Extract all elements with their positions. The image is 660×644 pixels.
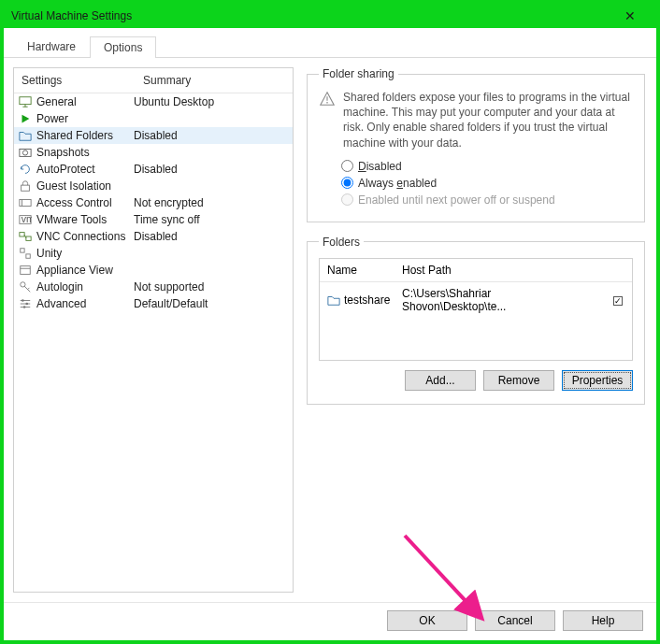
row-name: Snapshots [36,146,134,159]
folders-table: Name Host Path testshareC:\Users\Shahria… [319,258,633,361]
radio-group: Disabled Always enabled Enabled until ne… [319,156,633,208]
settings-row-vmware-tools[interactable]: vmVMware ToolsTime sync off [14,211,293,228]
monitor-icon [18,94,33,109]
add-button[interactable]: Add... [405,370,476,391]
settings-row-shared-folders[interactable]: Shared FoldersDisabled [14,127,293,144]
tab-options[interactable]: Options [90,36,156,58]
header-summary[interactable]: Summary [136,68,293,93]
row-summary: Not encrypted [134,196,287,209]
cancel-button[interactable]: Cancel [475,610,555,631]
settings-row-advanced[interactable]: AdvancedDefault/Default [14,295,293,312]
folders-body: testshareC:\Users\Shahriar Shovon\Deskto… [320,282,632,318]
row-name: Shared Folders [36,129,134,142]
svg-rect-0 [20,97,31,105]
vmw-icon: vm [18,212,33,227]
titlebar: Virtual Machine Settings ✕ [4,4,656,28]
row-summary: Default/Default [134,297,287,310]
folders-header: Name Host Path [320,259,632,282]
folder-icon [327,293,340,307]
settings-row-access-control[interactable]: Access ControlNot encrypted [14,194,293,211]
appl-icon [18,263,33,278]
tabbar: Hardware Options [4,28,656,58]
row-name: VNC Connections [36,230,134,243]
row-name: Power [36,112,134,125]
svg-point-4 [22,150,27,155]
row-summary: Disabled [134,129,287,142]
radio-always-input[interactable] [341,177,353,189]
folders-group: Folders Name Host Path testshareC:\Users… [307,236,645,405]
footer: OK Cancel Help [4,602,656,640]
svg-rect-6 [20,200,31,207]
window-title: Virtual Machine Settings [11,9,611,22]
properties-button[interactable]: Properties [562,370,633,391]
radio-disabled[interactable]: Disabled [341,158,633,175]
auto-icon [18,279,33,294]
svg-rect-11 [26,236,31,240]
folder-name: testshare [320,289,395,311]
adv-icon [18,296,33,311]
svg-point-25 [23,306,26,308]
settings-row-guest-isolation[interactable]: Guest Isolation [14,178,293,194]
list-body: GeneralUbuntu DesktopPowerShared Folders… [14,93,293,592]
row-name: Access Control [36,196,134,209]
settings-row-snapshots[interactable]: Snapshots [14,144,293,161]
vnc-icon [18,229,33,244]
settings-row-vnc-connections[interactable]: VNC ConnectionsDisabled [14,228,293,245]
folders-legend: Folders [319,236,364,249]
radio-disabled-input[interactable] [341,160,353,172]
key-icon [18,195,33,210]
row-summary: Not supported [134,280,287,293]
row-name: Advanced [36,297,134,310]
svg-point-27 [326,102,328,104]
lock-icon [18,179,33,193]
folder-sharing-legend: Folder sharing [319,67,398,80]
folder-row[interactable]: testshareC:\Users\Shahriar Shovon\Deskto… [320,282,632,318]
header-settings[interactable]: Settings [14,68,136,93]
folder-sharing-group: Folder sharing Shared folders expose you… [307,67,645,222]
remove-button[interactable]: Remove [483,370,554,391]
radio-until-input [341,193,353,206]
col-check [606,259,632,281]
radio-always[interactable]: Always enabled [341,175,633,192]
warning-icon [319,91,336,107]
row-summary: Disabled [134,163,287,176]
content: Settings Summary GeneralUbuntu DesktopPo… [4,58,656,602]
warning-text: Shared folders expose your files to prog… [343,90,633,150]
power-icon [18,111,33,126]
col-name[interactable]: Name [320,259,395,281]
close-icon[interactable]: ✕ [611,8,649,23]
tab-hardware[interactable]: Hardware [13,36,90,57]
ok-button[interactable]: OK [387,610,467,631]
settings-row-autologin[interactable]: AutologinNot supported [14,279,293,295]
row-name: Appliance View [36,264,134,277]
warning-row: Shared folders expose your files to prog… [319,90,633,150]
help-button[interactable]: Help [563,610,643,631]
row-name: Guest Isolation [36,179,134,193]
svg-point-24 [25,303,28,306]
folder-host: C:\Users\Shahriar Shovon\Desktop\te... [395,282,606,318]
row-summary: Disabled [134,230,287,243]
svg-rect-10 [20,233,24,236]
settings-row-autoprotect[interactable]: AutoProtectDisabled [14,161,293,178]
camera-icon [18,145,33,160]
col-host[interactable]: Host Path [395,259,606,281]
row-name: Autologin [36,280,134,293]
settings-row-general[interactable]: GeneralUbuntu Desktop [14,93,293,110]
settings-row-appliance-view[interactable]: Appliance View [14,262,293,279]
row-name: General [36,95,134,108]
row-name: Unity [36,247,134,260]
folder-enabled-checkbox[interactable]: ✓ [606,289,632,311]
settings-row-power[interactable]: Power [14,110,293,127]
settings-row-unity[interactable]: Unity [14,245,293,262]
row-summary: Time sync off [134,213,287,226]
unity-icon [18,246,33,261]
svg-rect-14 [26,254,30,258]
svg-rect-5 [22,185,30,191]
svg-point-23 [22,299,24,302]
refresh-icon [18,162,33,177]
svg-rect-13 [21,249,24,252]
radio-until: Enabled until next power off or suspend [341,192,633,208]
svg-line-19 [28,288,30,290]
folder-icon [18,128,33,143]
list-header: Settings Summary [14,68,293,93]
